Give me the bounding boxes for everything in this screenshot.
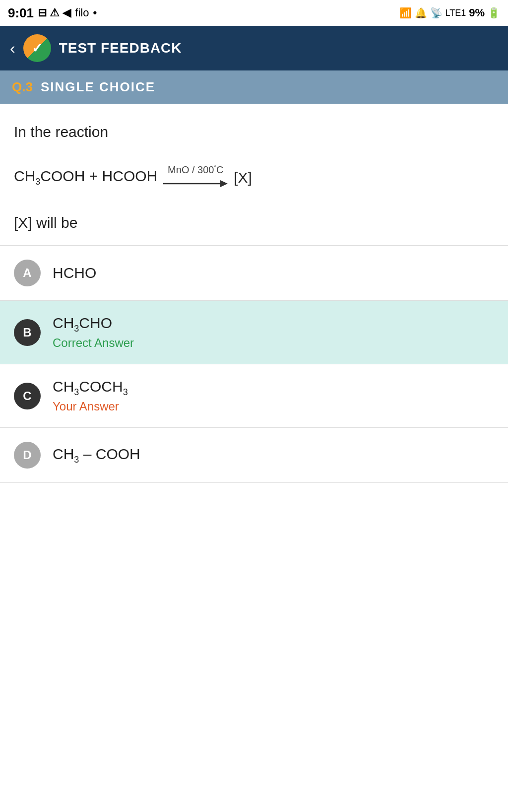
option-b-badge: B (14, 319, 41, 346)
option-c-badge: C (14, 383, 41, 409)
reaction-arrow-container: MnO / 300°C (163, 164, 228, 191)
logo-check-icon: ✓ (32, 41, 43, 56)
option-d-text: CH3 – COOH (53, 446, 140, 465)
option-a-content: HCHO (53, 265, 96, 281)
question-suffix: [X] will be (14, 214, 494, 231)
option-d-content: CH3 – COOH (53, 446, 140, 465)
option-c-row[interactable]: C CH3COCH3 Your Answer (0, 364, 508, 427)
option-b-row[interactable]: B CH3CHO Correct Answer (0, 301, 508, 364)
option-c-text: CH3COCH3 (53, 378, 128, 398)
question-intro: In the reaction (14, 124, 494, 140)
notification-dot: • (93, 6, 97, 19)
status-bar-left: 9:01 ⊟ ⚠ ◀ filo • (8, 5, 97, 21)
option-d-row[interactable]: D CH3 – COOH (0, 428, 508, 482)
question-number: Q.3 (12, 79, 33, 95)
option-a-row[interactable]: A HCHO (0, 246, 508, 300)
app-header: ‹ ✓ TEST FEEDBACK (0, 26, 508, 70)
correct-answer-label: Correct Answer (53, 336, 134, 350)
svg-marker-1 (220, 180, 228, 187)
battery-icon: 🔋 (488, 7, 500, 19)
reaction-condition: MnO / 300°C (168, 164, 223, 176)
products: [X] (234, 169, 252, 186)
reaction-equation: CH3COOH + HCOOH MnO / 300°C [X] (14, 164, 494, 191)
question-body: In the reaction CH3COOH + HCOOH MnO / 30… (0, 104, 508, 245)
divider-bottom (0, 482, 508, 483)
option-d-badge: D (14, 442, 41, 469)
reaction-arrow-icon (163, 177, 228, 191)
status-bar-right: 📶 🔔 📡 LTE1 9% 🔋 (399, 6, 500, 19)
option-b-text: CH3CHO (53, 315, 134, 334)
back-button[interactable]: ‹ (10, 39, 15, 58)
network-name: filo (75, 6, 89, 19)
status-icons: ⊟ ⚠ ◀ (38, 6, 71, 19)
battery-level: 9% (469, 6, 485, 19)
header-title: TEST FEEDBACK (59, 40, 182, 56)
your-answer-label: Your Answer (53, 400, 128, 413)
option-a-text: HCHO (53, 265, 96, 281)
option-b-content: CH3CHO Correct Answer (53, 315, 134, 350)
question-type: SINGLE CHOICE (41, 79, 155, 95)
option-a-badge: A (14, 260, 41, 286)
signal-icon: 📶 (399, 7, 412, 19)
app-logo: ✓ (23, 34, 51, 62)
status-time: 9:01 (8, 5, 34, 21)
question-header-bar: Q.3 SINGLE CHOICE (0, 70, 508, 104)
status-bar: 9:01 ⊟ ⚠ ◀ filo • 📶 🔔 📡 LTE1 9% 🔋 (0, 0, 508, 26)
wifi-icon: 📡 (430, 7, 443, 19)
reactants: CH3COOH + HCOOH (14, 168, 157, 187)
alarm-icon: 🔔 (415, 7, 427, 19)
lte-label: LTE1 (445, 8, 466, 18)
option-c-content: CH3COCH3 Your Answer (53, 378, 128, 413)
